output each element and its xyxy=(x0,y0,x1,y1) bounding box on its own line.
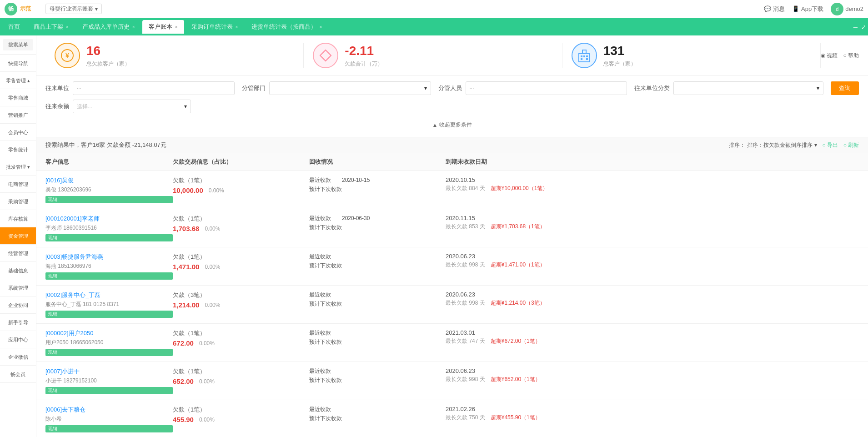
overdue-detail-4: 最长欠款 998 天 超期¥1,214.00（3笔） xyxy=(446,299,859,307)
overdue-info-1: 2020.10.15 最长欠款 884 天 超期¥10,000.00（1笔） xyxy=(446,176,859,203)
customer-name-4[interactable]: [0002]服务中心_丁磊 xyxy=(45,291,173,299)
quick-nav-label: 快捷导航 xyxy=(3,60,33,67)
status-badge-7: 现销 xyxy=(45,425,173,432)
overdue-date-2: 2020.11.15 xyxy=(446,215,859,221)
close-icon[interactable]: × xyxy=(132,25,135,30)
next-collection-label-4: 预计下次收款 xyxy=(309,300,446,308)
tab-product-shelf-label: 商品上下架 xyxy=(34,23,63,31)
filter-area: 往来单位 ··· 分管部门 ▾ 分管人员 xyxy=(36,76,868,137)
customer-name-7[interactable]: [0006]去下粮仓 xyxy=(45,406,173,414)
source-unit-input[interactable]: ··· xyxy=(73,81,235,95)
sidebar-item-vip[interactable]: 畅会员 xyxy=(0,366,36,383)
sort-select[interactable]: 排序： 排序：按欠款金额倒序排序 ▾ xyxy=(729,141,817,149)
customer-info-5: [000002]用户2050 用户2050 18665062050 现销 xyxy=(45,329,173,356)
overdue-link-2[interactable]: 超期¥1,703.68（1笔） xyxy=(491,223,545,230)
overdue-date-6: 2020.06.23 xyxy=(446,367,859,374)
balance-select[interactable]: 选择... ▾ xyxy=(73,100,191,113)
message-label: 消息 xyxy=(773,5,785,13)
stat-debt-customers-label: 总欠款客户（家） xyxy=(86,60,130,68)
sidebar-item-retail-mall[interactable]: 零售商城 xyxy=(0,89,36,106)
manager-input[interactable]: ··· xyxy=(466,81,627,95)
sidebar-item-enterprise-wechat[interactable]: 企业微信 xyxy=(0,348,36,366)
close-icon[interactable]: × xyxy=(66,25,69,30)
customer-name-6[interactable]: [0007]小进干 xyxy=(45,367,173,376)
customer-name-5[interactable]: [000002]用户2050 xyxy=(45,329,173,337)
chevron-down-icon: ▾ xyxy=(95,6,98,12)
customer-name-3[interactable]: [0003]畅捷服务尹海燕 xyxy=(45,253,173,261)
overdue-link-1[interactable]: 超期¥10,000.00（1笔） xyxy=(491,185,548,191)
sidebar-item-batch-mgmt[interactable]: 批发管理 ▾ xyxy=(0,158,36,176)
sidebar-item-finance[interactable]: 资金管理 xyxy=(0,227,36,245)
close-icon[interactable]: × xyxy=(236,25,238,30)
app-download-label: App下载 xyxy=(801,5,823,13)
collapse-bar[interactable]: ▲ 收起更多条件 xyxy=(45,118,859,131)
view-btn[interactable]: ◉ 视频 xyxy=(821,52,838,60)
close-icon[interactable]: × xyxy=(319,25,322,30)
col-due-date: 到期未收款日期 xyxy=(446,158,859,166)
enterprise-wechat-label: 企业微信 xyxy=(3,354,33,361)
department-label: 分管部门 xyxy=(242,84,266,92)
sidebar-item-quick-nav[interactable]: 快捷导航 xyxy=(0,55,36,72)
debt-info-6: 欠款（1笔） 652.00 0.00% xyxy=(173,367,309,394)
tab-purchase-order[interactable]: 采购订单统计表 × xyxy=(185,20,245,34)
search-button[interactable]: 查询 xyxy=(831,81,859,95)
stat-debt-customers: ¥ 16 总欠款客户（家） xyxy=(45,43,304,68)
collection-info-6: 最近收款 预计下次收款 xyxy=(309,367,446,394)
last-collection-label-6: 最近收款 xyxy=(309,367,446,375)
next-collection-label-6: 预计下次收款 xyxy=(309,377,446,384)
stats-header: ¥ 16 总欠款客户（家） -2.11 xyxy=(36,35,868,76)
overdue-detail-5: 最长欠款 747 天 超期¥672.00（1笔） xyxy=(446,337,859,345)
tab-stock-stats[interactable]: 进货单统计表（按商品） × xyxy=(245,20,328,34)
tab-product-history[interactable]: 产成品入库单历史 × xyxy=(76,20,141,34)
help-btn[interactable]: ○ 帮助 xyxy=(843,52,859,60)
sidebar-item-member[interactable]: 会员中心 xyxy=(0,124,36,141)
overdue-link-3[interactable]: 超期¥1,471.00（1笔） xyxy=(491,261,545,268)
user-menu[interactable]: d demo2 xyxy=(831,3,863,15)
sidebar-item-purchase[interactable]: 采购管理 xyxy=(0,193,36,210)
export-btn[interactable]: ○ 导出 xyxy=(823,141,838,149)
status-badge-5: 现销 xyxy=(45,349,173,356)
sidebar-item-enterprise-coop[interactable]: 企业协同 xyxy=(0,296,36,314)
sidebar-item-inventory[interactable]: 库存核算 xyxy=(0,210,36,227)
overdue-info-3: 2020.06.23 最长欠款 998 天 超期¥1,471.00（1笔） xyxy=(446,253,859,280)
overdue-detail-3: 最长欠款 998 天 超期¥1,471.00（1笔） xyxy=(446,261,859,269)
sidebar-item-ecommerce[interactable]: 电商管理 xyxy=(0,176,36,193)
app-title-label: 母婴行业演示账套 xyxy=(50,5,93,13)
overdue-link-5[interactable]: 超期¥672.00（1笔） xyxy=(491,338,541,344)
app-download-btn[interactable]: 📱 App下载 xyxy=(792,5,823,13)
customer-name-1[interactable]: [0016]吴俊 xyxy=(45,176,173,185)
content-area: ¥ 16 总欠款客户（家） -2.11 xyxy=(36,35,868,437)
refresh-btn[interactable]: ○ 刷新 xyxy=(843,141,859,149)
minimize-icon[interactable]: ─ xyxy=(853,24,858,30)
app-center-label: 应用中心 xyxy=(3,337,33,343)
close-icon[interactable]: × xyxy=(175,25,178,30)
message-btn[interactable]: 💬 消息 xyxy=(764,5,785,13)
tab-customer-account[interactable]: 客户账本 × xyxy=(142,20,184,34)
sidebar-item-system[interactable]: 系统管理 xyxy=(0,279,36,296)
tab-product-shelf[interactable]: 商品上下架 × xyxy=(27,20,75,34)
sidebar-item-retail-mgmt[interactable]: 零售管理 ▴ xyxy=(0,72,36,89)
overdue-detail-2: 最长欠款 853 天 超期¥1,703.68（1笔） xyxy=(446,223,859,231)
stat-icon-yuan: ¥ xyxy=(55,43,80,68)
overdue-link-7[interactable]: 超期¥455.90（1笔） xyxy=(491,414,541,421)
logo-area: 畅 示范 xyxy=(5,3,41,15)
customer-phone-1: 吴俊 13026203696 xyxy=(45,186,173,194)
sidebar-item-retail-stats[interactable]: 零售统计 xyxy=(0,141,36,158)
overdue-link-4[interactable]: 超期¥1,214.00（3笔） xyxy=(491,300,545,306)
tab-stock-stats-label: 进货单统计表（按商品） xyxy=(251,23,316,31)
sidebar-item-operations[interactable]: 经营管理 xyxy=(0,245,36,262)
overdue-link-6[interactable]: 超期¥652.00（1笔） xyxy=(491,376,541,382)
tab-home[interactable]: 首页 xyxy=(2,20,26,34)
sidebar-item-newbie[interactable]: 新手引导 xyxy=(0,314,36,331)
unit-category-select[interactable]: ▾ xyxy=(673,81,823,95)
customer-name-2[interactable]: [0001020001]李老师 xyxy=(45,215,173,223)
debt-info-5: 欠款（1笔） 672.00 0.00% xyxy=(173,329,309,356)
sidebar-item-basic-info[interactable]: 基础信息 xyxy=(0,262,36,279)
search-menu-btn[interactable]: 搜索菜单 xyxy=(3,39,33,50)
sidebar-item-marketing[interactable]: 营销推广 xyxy=(0,106,36,124)
sidebar-item-app-center[interactable]: 应用中心 xyxy=(0,331,36,348)
maximize-icon[interactable]: ⤢ xyxy=(861,24,866,30)
refresh-icon: ○ xyxy=(843,142,847,148)
department-select[interactable]: ▾ xyxy=(269,81,431,95)
app-title-select[interactable]: 母婴行业演示账套 ▾ xyxy=(45,4,102,14)
